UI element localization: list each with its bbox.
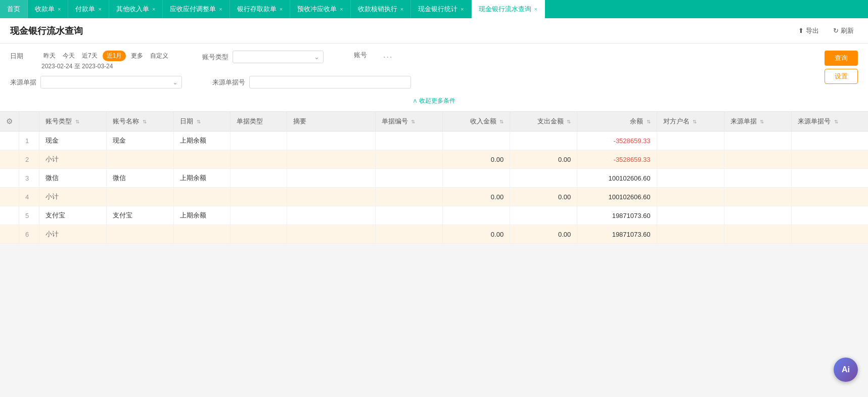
- row-doc-no-3: [375, 188, 442, 206]
- nav-stat-label: 现金银行统计: [418, 5, 458, 14]
- row-gear-4: [0, 206, 19, 225]
- nav-advance-label: 预收冲应收单: [297, 5, 337, 14]
- th-expense[interactable]: 支出金额 ⇅: [510, 112, 577, 131]
- page-header: 现金银行流水查询 ⬆ 导出 ↻ 刷新: [0, 18, 868, 43]
- account-ellipsis[interactable]: ...: [383, 51, 393, 60]
- row-source-doc-no-5: [791, 225, 868, 244]
- nav-stat-close[interactable]: ×: [461, 6, 464, 12]
- row-doc-type-0: [231, 131, 287, 150]
- row-balance-0: -3528659.33: [577, 131, 657, 150]
- nav-bank-deposit-close[interactable]: ×: [280, 6, 283, 12]
- row-summary-5: [287, 225, 375, 244]
- nav-payment-label: 付款单: [75, 5, 95, 14]
- row-doc-no-2: [375, 169, 442, 188]
- nav-cancel-close[interactable]: ×: [400, 6, 403, 12]
- row-balance-5: 19871073.60: [577, 225, 657, 244]
- nav-bank-deposit[interactable]: 银行存取款单 ×: [230, 0, 290, 18]
- row-num-1: 2: [19, 150, 39, 169]
- row-income-4: [442, 206, 510, 225]
- th-source-doc-no[interactable]: 来源单据号 ⇅: [791, 112, 868, 131]
- account-type-select[interactable]: 现金 微信 支付宝 银行: [233, 51, 324, 63]
- row-account-name-4: 支付宝: [107, 206, 174, 225]
- row-expense-5: 0.00: [510, 225, 577, 244]
- row-source-doc-no-2: [791, 169, 868, 188]
- settings-button[interactable]: 设置: [825, 69, 858, 84]
- row-doc-type-4: [231, 206, 287, 225]
- nav-ar-ap-close[interactable]: ×: [219, 6, 222, 12]
- source-doc-label: 来源单据: [10, 78, 36, 87]
- th-source-doc[interactable]: 来源单据 ⇅: [724, 112, 791, 131]
- th-doc-no[interactable]: 单据编号 ⇅: [375, 112, 442, 131]
- nav-payment[interactable]: 付款单 ×: [68, 0, 109, 18]
- th-account-type[interactable]: 账号类型 ⇅: [39, 112, 107, 131]
- row-income-3: 0.00: [442, 188, 510, 206]
- collapse-label: 收起更多条件: [419, 97, 455, 104]
- row-expense-1: 0.00: [510, 150, 577, 169]
- row-gear-0: [0, 131, 19, 150]
- date-yesterday[interactable]: 昨天: [41, 51, 58, 61]
- account-type-label: 账号类型: [202, 53, 229, 62]
- row-account-name-5: [107, 225, 174, 244]
- th-counterpart[interactable]: 对方户名 ⇅: [657, 112, 724, 131]
- source-doc-select[interactable]: [40, 76, 182, 89]
- date-custom[interactable]: 自定义: [148, 51, 170, 61]
- nav-payment-close[interactable]: ×: [98, 6, 101, 12]
- th-date[interactable]: 日期 ⇅: [174, 112, 231, 131]
- nav-home[interactable]: 首页: [0, 0, 28, 18]
- row-summary-1: [287, 150, 375, 169]
- row-source-doc-3: [724, 188, 791, 206]
- nav-advance-offset[interactable]: 预收冲应收单 ×: [290, 0, 350, 18]
- nav-cash-bank-stat[interactable]: 现金银行统计 ×: [411, 0, 471, 18]
- date-last1m[interactable]: 近1月: [103, 51, 126, 61]
- nav-other-income[interactable]: 其他收入单 ×: [109, 0, 163, 18]
- collapse-bar[interactable]: ∧ 收起更多条件: [10, 94, 858, 107]
- refresh-button[interactable]: ↻ 刷新: [829, 24, 858, 37]
- row-balance-3: 100102606.60: [577, 188, 657, 206]
- nav-ar-ap-adjust[interactable]: 应收应付调整单 ×: [163, 0, 230, 18]
- nav-other-income-close[interactable]: ×: [152, 6, 155, 12]
- row-date-4: 上期余额: [174, 206, 231, 225]
- row-num-0: 1: [19, 131, 39, 150]
- row-account-name-0: 现金: [107, 131, 174, 150]
- row-doc-type-2: [231, 169, 287, 188]
- row-source-doc-0: [724, 131, 791, 150]
- nav-flow-close[interactable]: ×: [534, 6, 537, 12]
- export-button[interactable]: ⬆ 导出: [794, 24, 823, 37]
- nav-cash-bank-flow[interactable]: 现金银行流水查询 ×: [472, 0, 545, 18]
- row-summary-0: [287, 131, 375, 150]
- row-date-3: [174, 188, 231, 206]
- date-more[interactable]: 更多: [129, 51, 145, 61]
- gear-icon[interactable]: ⚙: [6, 117, 13, 125]
- nav-flow-label: 现金银行流水查询: [479, 5, 531, 14]
- query-button[interactable]: 查询: [825, 51, 858, 66]
- source-doc-select-wrapper: [40, 76, 182, 89]
- th-balance[interactable]: 余额 ⇅: [577, 112, 657, 131]
- source-doc-no-input[interactable]: [249, 76, 411, 89]
- row-account-type-2: 微信: [39, 169, 107, 188]
- row-account-type-1: 小计: [39, 150, 107, 169]
- th-gear: ⚙: [0, 112, 19, 131]
- nav-cancel-label: 收款核销执行: [358, 5, 397, 14]
- nav-bank-deposit-label: 银行存取款单: [237, 5, 277, 14]
- th-account-name[interactable]: 账号名称 ⇅: [107, 112, 174, 131]
- date-today[interactable]: 今天: [61, 51, 77, 61]
- row-expense-2: [510, 169, 577, 188]
- row-income-0: [442, 131, 510, 150]
- row-balance-1: -3528659.33: [577, 150, 657, 169]
- date-last7[interactable]: 近7天: [80, 51, 100, 61]
- row-balance-4: 19871073.60: [577, 206, 657, 225]
- nav-other-income-label: 其他收入单: [116, 5, 149, 14]
- sort-income-icon: ⇅: [499, 119, 504, 124]
- nav-receipt-close[interactable]: ×: [58, 6, 61, 12]
- row-account-name-1: [107, 150, 174, 169]
- row-account-name-2: 微信: [107, 169, 174, 188]
- nav-cancel-exec[interactable]: 收款核销执行 ×: [351, 0, 411, 18]
- row-summary-2: [287, 169, 375, 188]
- filter-area: 日期 昨天 今天 近7天 近1月 更多 自定义 2023-02-24 至 202…: [0, 43, 868, 112]
- th-income[interactable]: 收入金额 ⇅: [442, 112, 510, 131]
- row-source-doc-4: [724, 206, 791, 225]
- account-type-select-wrapper: 现金 微信 支付宝 银行: [233, 51, 324, 63]
- nav-advance-close[interactable]: ×: [340, 6, 343, 12]
- nav-receipt[interactable]: 收款单 ×: [28, 0, 68, 18]
- sort-source-doc-no-icon: ⇅: [834, 119, 838, 124]
